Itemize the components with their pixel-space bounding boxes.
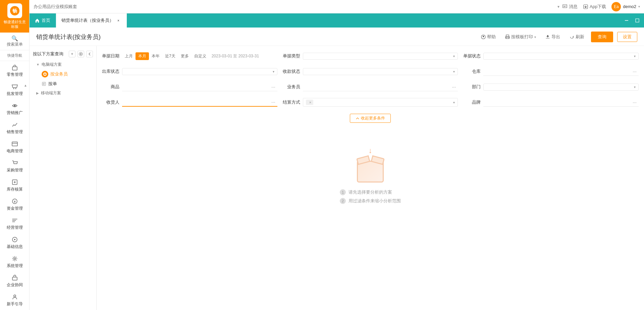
quick-nav-item[interactable]: 快捷导航 bbox=[0, 50, 29, 61]
user-avatar-section[interactable]: Ea demo2 ▾ bbox=[611, 2, 640, 11]
sidebar-item-newuser[interactable]: 新手引导 bbox=[0, 291, 29, 310]
page-header: 销货单统计表(按业务员) 帮助 按模板打印 ▾ 导出 bbox=[30, 28, 644, 46]
doc-type-label: 单据类型 bbox=[283, 53, 300, 59]
svg-rect-6 bbox=[12, 142, 17, 146]
sidebar-item-marketing[interactable]: 营销推广 bbox=[0, 99, 29, 118]
salesman-dots-icon[interactable]: ··· bbox=[452, 84, 456, 90]
search-menu-item[interactable]: 🔍 搜索菜单 bbox=[0, 33, 29, 50]
collect-status-select[interactable]: ▾ bbox=[303, 68, 458, 75]
tab-minimize-btn[interactable] bbox=[623, 16, 631, 24]
settle-tag-close-btn[interactable]: × bbox=[309, 100, 311, 104]
sidebar-item-sales[interactable]: 销售管理 bbox=[0, 118, 29, 138]
dept-chevron-icon: ▾ bbox=[634, 85, 636, 89]
sidebar-item-finance[interactable]: ¥ 资金管理 bbox=[0, 195, 29, 214]
print-button[interactable]: 按模板打印 ▾ bbox=[502, 33, 539, 41]
search-label: 搜索菜单 bbox=[7, 42, 23, 47]
tab-home[interactable]: 首页 bbox=[30, 13, 56, 28]
out-status-select[interactable]: ▾ bbox=[122, 68, 277, 75]
sidebar-item-operation[interactable]: 经营管理 bbox=[0, 214, 29, 233]
tree-item-by-order[interactable]: 按单 bbox=[30, 79, 96, 89]
date-last-month-btn[interactable]: 上月 bbox=[122, 52, 136, 60]
wholesale-expand-icon: ▲ bbox=[24, 84, 27, 87]
collapse-button[interactable]: 收起更多条件 bbox=[350, 114, 391, 123]
print-dropdown-icon: ▾ bbox=[534, 35, 536, 39]
avatar: Ea bbox=[611, 2, 621, 11]
doc-type-select[interactable]: ▾ bbox=[303, 53, 458, 60]
empty-illustration: ↓ bbox=[347, 146, 394, 183]
page-content: 销货单统计表(按业务员) 帮助 按模板打印 ▾ 导出 bbox=[30, 28, 644, 310]
out-status-label: 出库状态 bbox=[102, 68, 119, 74]
export-icon bbox=[545, 35, 550, 39]
tab-maximize-btn[interactable] bbox=[633, 16, 641, 24]
print-icon bbox=[505, 35, 510, 39]
sidebar-item-system[interactable]: 系统管理 bbox=[0, 252, 29, 271]
header-dropdown-icon[interactable]: ▾ bbox=[557, 4, 559, 9]
tree-group-desktop[interactable]: ▼ 电脑端方案 bbox=[30, 60, 96, 69]
svg-point-24 bbox=[483, 38, 483, 38]
edit-scheme-btn[interactable] bbox=[77, 51, 84, 57]
setting-button[interactable]: 设置 bbox=[617, 32, 637, 42]
settle-select[interactable]: × ▾ bbox=[303, 98, 458, 107]
collapse-panel-btn[interactable] bbox=[86, 51, 93, 57]
svg-point-28 bbox=[80, 53, 82, 55]
logo-button[interactable]: 畅 畅捷通好生意 标服 bbox=[0, 0, 29, 33]
filter-warehouse-item: 仓库 ··· bbox=[463, 65, 639, 78]
date-this-month-btn[interactable]: 本月 bbox=[136, 52, 149, 60]
brand-dots-icon[interactable]: ··· bbox=[633, 100, 637, 105]
filter-doc-status-item: 单据状态 ▾ bbox=[463, 50, 639, 62]
tab-sales-stat[interactable]: 销货单统计表（按业务员） × bbox=[56, 13, 127, 28]
add-scheme-btn[interactable]: + bbox=[69, 51, 75, 57]
user-dropdown-icon: ▾ bbox=[638, 5, 640, 8]
messages-action[interactable]: 消息 bbox=[562, 4, 578, 10]
collapse-row: 收起更多条件 bbox=[102, 111, 639, 125]
date-more-btn[interactable]: 更多 bbox=[178, 52, 192, 60]
sidebar-item-retail[interactable]: 零售管理 bbox=[0, 61, 29, 80]
ecommerce-label: 电商管理 bbox=[7, 148, 23, 154]
empty-arrow-icon: ↓ bbox=[369, 146, 372, 155]
svg-point-11 bbox=[14, 239, 15, 240]
svg-point-30 bbox=[45, 73, 46, 74]
tree-toggle-mobile: ▶ bbox=[36, 91, 39, 95]
receiver-label: 收货人 bbox=[102, 99, 119, 105]
fold-icon bbox=[88, 52, 92, 56]
minimize-icon bbox=[624, 18, 629, 23]
goods-dots-icon[interactable]: ··· bbox=[271, 84, 275, 90]
sidebar-item-ecommerce[interactable]: 电商管理 bbox=[0, 138, 29, 157]
sidebar-item-basic[interactable]: 基础信息 bbox=[0, 233, 29, 252]
sales-icon bbox=[11, 121, 18, 128]
date-this-year-btn[interactable]: 本年 bbox=[149, 52, 162, 60]
dept-select[interactable]: ▾ bbox=[483, 84, 639, 91]
sidebar: 畅 畅捷通好生意 标服 🔍 搜索菜单 快捷导航 零售管理 批发管理 ▲ bbox=[0, 0, 30, 310]
doc-status-chevron-icon: ▾ bbox=[634, 54, 636, 58]
tree-group-mobile[interactable]: ▶ 移动端方案 bbox=[30, 89, 96, 98]
sidebar-item-inventory[interactable]: 库存核算 bbox=[0, 176, 29, 195]
svg-point-3 bbox=[13, 88, 14, 89]
order-icon bbox=[42, 82, 46, 86]
sidebar-item-wholesale[interactable]: 批发管理 ▲ bbox=[0, 80, 29, 99]
empty-tip-1: 1 请先选择要分析的方案 bbox=[340, 189, 401, 195]
app-download-action[interactable]: App下载 bbox=[583, 4, 606, 10]
receiver-dots-icon[interactable]: ··· bbox=[271, 99, 275, 105]
svg-point-12 bbox=[14, 258, 15, 259]
retail-icon bbox=[11, 64, 18, 71]
warehouse-dots-icon[interactable]: ··· bbox=[633, 69, 637, 74]
query-button[interactable]: 查询 bbox=[591, 32, 613, 42]
doc-status-select[interactable]: ▾ bbox=[483, 53, 639, 60]
filter-doc-type-item: 单据类型 ▾ bbox=[283, 50, 458, 62]
date-7days-btn[interactable]: 近7天 bbox=[162, 52, 178, 60]
empty-state: ↓ 1 请先选择要分析的方案 2 用过滤条件来缩小分析范围 bbox=[102, 125, 639, 217]
tree-item-by-salesman[interactable]: 按业务员 bbox=[30, 69, 96, 79]
operation-icon bbox=[11, 217, 18, 224]
sidebar-item-enterprise[interactable]: 企业协同 bbox=[0, 271, 29, 291]
settle-label: 结算方式 bbox=[283, 99, 300, 105]
sidebar-item-purchase[interactable]: 采购管理 bbox=[0, 157, 29, 176]
date-custom-btn[interactable]: 自定义 bbox=[192, 52, 209, 60]
enterprise-label: 企业协同 bbox=[7, 282, 23, 288]
help-button[interactable]: 帮助 bbox=[478, 33, 498, 41]
username-label: demo2 bbox=[623, 4, 636, 9]
export-button[interactable]: 导出 bbox=[543, 33, 563, 41]
refresh-button[interactable]: 刷新 bbox=[567, 33, 587, 41]
topbar-actions: 消息 App下载 Ea demo2 ▾ bbox=[562, 2, 640, 11]
tab-close-button[interactable]: × bbox=[116, 18, 121, 23]
app-header-title: 办公用品行业模拟账套 bbox=[34, 4, 555, 10]
